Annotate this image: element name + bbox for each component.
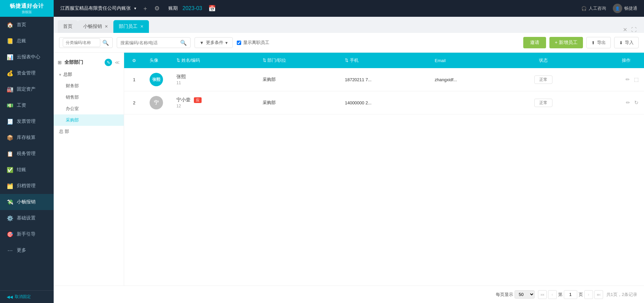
page-first-btn[interactable]: ⏮ — [538, 290, 547, 299]
period-value: 2023-03 — [182, 5, 202, 11]
col-actions: 操作 — [578, 53, 644, 68]
classification-search-input[interactable] — [63, 38, 100, 47]
col-settings-icon[interactable]: ⚙ — [132, 58, 136, 63]
show-resigned-label[interactable]: 显示离职员工 — [237, 40, 269, 46]
sidebar-item-report[interactable]: 📊 云报表中心 — [0, 49, 54, 65]
topbar: 畅捷通好会计 旗舰版 江西服宝精品有限责任公司内账张 ▾ ＋ ⚙ 账期 2023… — [0, 0, 644, 17]
dept-child-sales[interactable]: 销售部 — [54, 92, 124, 103]
add-employee-btn[interactable]: + 新增员工 — [549, 37, 583, 48]
unpin-label: 取消固定 — [15, 294, 31, 300]
sidebar-item-salary[interactable]: 💵 工资 — [0, 97, 54, 113]
tab-home[interactable]: 首页 — [58, 20, 78, 33]
row1-email: zhangxidf... — [429, 68, 509, 91]
invite-btn[interactable]: 邀请 — [523, 37, 546, 48]
row2-num: 2 — [124, 91, 144, 114]
page-next-btn[interactable]: › — [584, 290, 593, 299]
row2-edit-btn[interactable]: ✏ — [626, 100, 630, 106]
sidebar-item-home[interactable]: 🏠 首页 — [0, 17, 54, 33]
row1-avatar-cell: 张熙 — [144, 68, 171, 91]
tab-expense-label: 小畅报销 — [83, 23, 102, 30]
dept-child-finance[interactable]: 财务部 — [54, 80, 124, 92]
unpin-btn[interactable]: ◀◀ 取消固定 — [0, 290, 54, 303]
row1-edit-btn[interactable]: ✏ — [626, 77, 630, 83]
row2-code: 12 — [176, 104, 252, 108]
employee-table-body: 1 张熙 张熙 11 采购部 — [124, 68, 644, 114]
add-icon[interactable]: ＋ — [142, 4, 148, 12]
row2-avatar-cell: 宁 — [144, 91, 171, 114]
sidebar-item-funds[interactable]: 💰 资金管理 — [0, 65, 54, 81]
sidebar-item-guide[interactable]: 🎯 新手引导 — [0, 226, 54, 242]
tab-department[interactable]: 部门员工 ✕ — [113, 20, 149, 33]
company-dropdown-icon[interactable]: ▾ — [134, 6, 136, 11]
sidebar-item-invoice[interactable]: 🧾 发票管理 — [0, 113, 54, 130]
classification-search[interactable]: 🔍 — [59, 37, 113, 48]
sort-name-icon[interactable]: ⇅ — [176, 58, 180, 63]
table-row: 1 张熙 张熙 11 采购部 — [124, 68, 644, 91]
sort-dept-icon[interactable]: ⇅ — [263, 58, 266, 63]
sidebar-label-report: 云报表中心 — [17, 54, 40, 60]
tab-expense[interactable]: 小畅报销 ✕ — [78, 20, 113, 33]
import-btn[interactable]: ⬇ 导入 — [614, 37, 639, 48]
user-menu[interactable]: 👤 畅捷通 — [613, 4, 637, 13]
row2-avatar: 宁 — [150, 96, 163, 109]
sidebar-label-assets: 固定资产 — [17, 86, 36, 92]
row2-name: 宁小壹 应 — [176, 97, 252, 103]
all-dept-header[interactable]: ⊞ 全部部门 ✎ ≪ — [54, 56, 124, 69]
invoice-icon: 🧾 — [7, 118, 13, 125]
row2-refresh-btn[interactable]: ↻ — [634, 100, 639, 106]
settings-icon[interactable]: ⚙ — [154, 5, 160, 12]
close-account-icon: ✅ — [7, 166, 13, 173]
employee-search-icon[interactable]: 🔍 — [180, 40, 187, 46]
consult-btn[interactable]: 🎧 人工咨询 — [581, 5, 606, 11]
inventory-icon: 📦 — [7, 134, 13, 141]
dept-collapse-icon[interactable]: ≪ — [115, 60, 120, 65]
filter-label: 更多条件 — [206, 40, 223, 46]
page-number-input[interactable] — [564, 290, 577, 299]
sidebar-item-archive[interactable]: 🗂️ 归档管理 — [0, 178, 54, 194]
sidebar-item-tax[interactable]: 📋 税务管理 — [0, 146, 54, 162]
export-btn[interactable]: ⬆ 导出 — [586, 37, 611, 48]
app-logo: 畅捷通好会计 旗舰版 — [0, 0, 54, 17]
show-resigned-checkbox[interactable] — [237, 41, 241, 45]
page-prev-btn[interactable]: ‹ — [548, 290, 557, 299]
col-email: Email — [429, 53, 509, 68]
classification-search-icon[interactable]: 🔍 — [102, 40, 109, 46]
table-header-row: ⚙ 头像 ⇅ 姓名/编码 ⇅ 部门/职位 — [124, 53, 644, 68]
sidebar-item-more[interactable]: ⋯ 更多 — [0, 242, 54, 258]
row2-dept: 采购部 — [257, 91, 340, 114]
avatar: 👤 — [613, 4, 622, 13]
tab-expense-close-icon[interactable]: ✕ — [105, 24, 108, 29]
page-last-btn[interactable]: ⏭ — [594, 290, 603, 299]
dept-child-purchase[interactable]: 采购部 — [54, 114, 124, 126]
calendar-icon[interactable]: 📅 — [208, 5, 216, 12]
window-expand-btn[interactable]: ⛶ — [631, 27, 637, 33]
window-close-btn[interactable]: ✕ — [623, 27, 627, 33]
sidebar-item-ledger[interactable]: 📒 总账 — [0, 33, 54, 49]
sort-phone-icon[interactable]: ⇅ — [345, 58, 348, 63]
sidebar-item-expense[interactable]: 💸 小畅报销 — [0, 194, 54, 210]
sidebar-item-settings[interactable]: ⚙️ 基础设置 — [0, 210, 54, 226]
row1-more-btn[interactable]: ⬚ — [634, 77, 639, 83]
dept-child-zongbu2[interactable]: 总 部 — [54, 126, 124, 137]
sidebar-label-more: 更多 — [17, 247, 26, 253]
page-total: 共1页，2条记录 — [606, 292, 637, 298]
more-filter-btn[interactable]: ▼ 更多条件 ▾ — [195, 37, 233, 48]
tab-close-area: ✕ ⛶ — [623, 27, 640, 33]
dept-child-office[interactable]: 办公室 — [54, 103, 124, 114]
dept-parent-zongbu[interactable]: ▾ 总部 — [54, 69, 124, 80]
row1-actions: ✏ ⬚ — [578, 68, 644, 91]
page-prefix: 第 — [558, 292, 562, 298]
page-size-label: 每页显示 — [496, 292, 513, 298]
assets-icon: 🏭 — [7, 86, 13, 93]
page-content: 🔍 🔍 ▼ 更多条件 ▾ 显示离职员工 邀请 — [54, 33, 644, 303]
dept-edit-icon[interactable]: ✎ — [105, 59, 112, 66]
employee-table-area: ⚙ 头像 ⇅ 姓名/编码 ⇅ 部门/职位 — [124, 53, 644, 286]
tab-department-close-icon[interactable]: ✕ — [140, 24, 144, 29]
sidebar-item-close[interactable]: ✅ 结账 — [0, 162, 54, 178]
sidebar-item-inventory[interactable]: 📦 库存核算 — [0, 130, 54, 146]
sidebar-item-assets[interactable]: 🏭 固定资产 — [0, 81, 54, 97]
employee-search-box[interactable]: 🔍 — [117, 37, 191, 48]
employee-search-input[interactable] — [120, 40, 178, 45]
page-size-dropdown[interactable]: 50 10 20 100 — [515, 290, 535, 299]
col-dept-role: ⇅ 部门/职位 — [257, 53, 340, 68]
